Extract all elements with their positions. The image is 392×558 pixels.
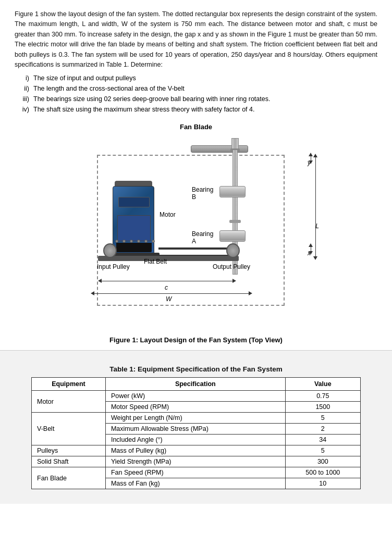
table-row: MotorPower (kW)0.75 [32, 391, 361, 402]
w-label: W [166, 295, 172, 303]
figure-caption: Figure 1: Layout Design of the Fan Syste… [109, 336, 283, 344]
list-num-4: iv) [15, 104, 29, 115]
motor-label: Motor [160, 211, 176, 218]
fan-blade-label: Fan Blade [180, 123, 212, 131]
figure-area: Fan Blade [15, 123, 377, 344]
l-arrow-top [313, 154, 317, 157]
value-cell: 5 [285, 445, 360, 456]
page: Figure 1 show the layout design of the f… [0, 0, 392, 558]
bottom-section: Table 1: Equipment Specification of the … [0, 351, 392, 504]
col-header-equipment: Equipment [32, 378, 106, 391]
x-arrow-down [309, 251, 313, 255]
c-arrow-right [232, 279, 236, 283]
intro-paragraph: Figure 1 show the layout design of the f… [15, 9, 377, 70]
bolt-5 [144, 240, 148, 243]
list-item-2: ii) The length and the cross-sectional a… [15, 83, 377, 94]
motor-bolts [115, 240, 155, 243]
x-arrow-up [309, 243, 313, 247]
list-text-3: The bearings size using 02 series deep-g… [33, 94, 270, 104]
bolt-6 [152, 240, 155, 243]
spec-cell: Motor Speed (RPM) [105, 402, 285, 413]
value-cell: 10 [285, 478, 360, 489]
belt-table [98, 256, 239, 261]
bearing-a-label: BearingA [192, 230, 213, 245]
y-arrow-down [309, 160, 313, 164]
value-cell: 300 [285, 456, 360, 467]
equipment-cell: Motor [32, 391, 106, 413]
list-text-2: The length and the cross-sectional area … [33, 83, 185, 94]
equipment-cell: Pulleys [32, 445, 106, 456]
c-arrow-line [102, 281, 232, 281]
shaft-cap-mid [229, 220, 241, 223]
table-header-row: Equipment Specification Value [32, 378, 361, 391]
y-arrows [309, 153, 313, 164]
list-items: i) The size of input and output pulleys … [15, 73, 377, 115]
value-cell: 34 [285, 435, 360, 445]
w-arrow-left [91, 291, 94, 295]
x-line [311, 247, 311, 251]
belt-top [158, 247, 229, 250]
bearing-a-inner [220, 233, 245, 240]
w-arrow-container [91, 291, 252, 295]
bolt-4 [137, 240, 140, 243]
spec-cell: Maximum Allowable Stress (MPa) [105, 424, 285, 435]
motor-body [113, 186, 154, 254]
list-text-4: The shaft size using the maximum shear s… [33, 104, 254, 115]
table-row: PulleysMass of Pulley (kg)5 [32, 445, 361, 456]
y-line [311, 156, 311, 160]
spec-table: Equipment Specification Value MotorPower… [31, 377, 361, 489]
l-label: L [315, 222, 319, 230]
l-dimension-line [315, 156, 316, 257]
table-row: Solid ShaftYield Strength (MPa)300 [32, 456, 361, 467]
list-item-3: iii) The bearings size using 02 series d… [15, 94, 377, 104]
input-pulley-label: Input Pulley [97, 263, 130, 270]
output-pulley-label: Output Pulley [213, 263, 250, 270]
y-arrow-up [309, 153, 313, 156]
spec-cell: Weight per Length (N/m) [105, 413, 285, 424]
diagram-container: Motor BearingB BearingA [66, 134, 326, 332]
bolt-3 [130, 240, 133, 243]
value-cell: 0.75 [285, 391, 360, 402]
col-header-value: Value [285, 378, 360, 391]
bearing-b-label: BearingB [192, 186, 213, 201]
x-arrows [309, 243, 313, 255]
motor-detail-1 [118, 197, 150, 207]
spec-cell: Fan Speed (RPM) [105, 467, 285, 478]
c-arrow-container [98, 279, 236, 283]
table-row: Fan BladeFan Speed (RPM)500 to 1000 [32, 467, 361, 478]
value-cell: 500 to 1000 [285, 467, 360, 478]
bolt-1 [115, 240, 118, 243]
equipment-cell: Fan Blade [32, 467, 106, 489]
equipment-cell: Solid Shaft [32, 456, 106, 467]
spec-cell: Power (kW) [105, 391, 285, 402]
c-arrow-left [98, 279, 102, 283]
spec-cell: Included Angle (°) [105, 435, 285, 445]
bearing-b-body [219, 186, 246, 197]
bearing-b-inner [220, 189, 245, 196]
spec-cell: Yield Strength (MPa) [105, 456, 285, 467]
w-arrow-line [94, 293, 249, 294]
equipment-cell: V-Belt [32, 413, 106, 445]
flat-belt-label: Flat Belt [144, 258, 167, 265]
value-cell: 5 [285, 413, 360, 424]
value-cell: 2 [285, 424, 360, 435]
list-num-2: ii) [15, 83, 29, 94]
list-item-4: iv) The shaft size using the maximum she… [15, 104, 377, 115]
motor-detail-2 [117, 215, 151, 241]
value-cell: 1500 [285, 402, 360, 413]
list-num-3: iii) [15, 94, 29, 104]
table-title: Table 1: Equipment Specification of the … [31, 365, 361, 373]
motor-base [116, 243, 152, 252]
bearing-a-body [219, 230, 246, 242]
spec-cell: Mass of Pulley (kg) [105, 445, 285, 456]
bolt-2 [123, 240, 126, 243]
l-arrow-bottom [313, 256, 317, 260]
list-num-1: i) [15, 73, 29, 83]
list-text-1: The size of input and output pulleys [33, 73, 136, 83]
top-section: Figure 1 show the layout design of the f… [0, 0, 392, 351]
w-arrow-right [249, 291, 252, 295]
list-item-1: i) The size of input and output pulleys [15, 73, 377, 83]
c-label: c [165, 284, 168, 291]
col-header-specification: Specification [105, 378, 285, 391]
spec-cell: Mass of Fan (kg) [105, 478, 285, 489]
